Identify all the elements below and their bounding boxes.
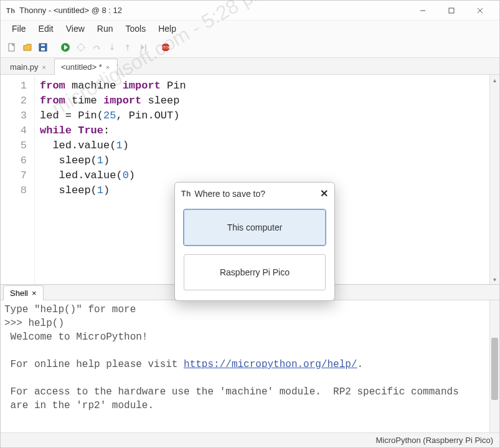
interpreter-status[interactable]: MicroPython (Raspberry Pi Pico) [375,436,493,445]
resume-icon[interactable] [137,41,149,54]
line-number: 5 [1,138,27,153]
editor-tab-bar: main.py × <untitled> * × [1,58,499,75]
menu-help[interactable]: Help [152,22,182,36]
close-icon[interactable]: × [32,288,37,298]
tab-label: main.py [10,62,39,72]
maximize-button[interactable] [437,1,466,20]
open-file-icon[interactable] [21,41,34,54]
svg-marker-19 [126,44,130,47]
tab-label: Shell [10,288,28,298]
menu-view[interactable]: View [60,22,91,36]
scroll-thumb[interactable] [491,338,498,400]
line-number: 2 [1,93,27,108]
debug-icon[interactable] [75,41,87,54]
line-number: 8 [1,183,27,198]
menu-run[interactable]: Run [91,22,120,36]
shell-output[interactable]: Type "help()" for more >>> help() Welcom… [1,300,489,432]
run-icon[interactable] [59,41,72,54]
minimize-button[interactable] [408,1,437,20]
button-label: Raspberry Pi Pico [220,267,290,277]
svg-rect-6 [41,48,45,50]
svg-point-10 [78,44,84,50]
thonny-icon: T h [181,189,191,198]
close-button[interactable] [466,1,494,20]
window-title: Thonny - <untitled> @ 8 : 12 [19,6,408,15]
svg-rect-7 [41,44,45,46]
dialog-title: Where to save to? [194,189,316,199]
shell-prompt: >>> [4,318,28,329]
svg-rect-1 [449,8,454,13]
help-link[interactable]: https://micropython.org/help/ [184,359,357,370]
button-label: This computer [227,222,283,232]
close-icon[interactable]: × [106,64,110,71]
tab-main-py[interactable]: main.py × [3,59,54,75]
save-location-dialog: T h Where to save to? ✕ This computer Ra… [174,182,335,301]
dialog-body: This computer Raspberry Pi Pico [175,204,334,300]
line-number-gutter: 1 2 3 4 5 6 7 8 [1,75,35,284]
this-computer-button[interactable]: This computer [184,209,326,245]
shell-content[interactable]: Type "help()" for more >>> help() Welcom… [1,300,499,432]
step-over-icon[interactable] [90,41,103,54]
svg-rect-21 [145,44,146,50]
save-file-icon[interactable] [37,41,49,54]
svg-text:STOP: STOP [161,45,171,49]
close-icon[interactable]: ✕ [320,188,328,199]
toolbar: STOP [1,37,499,58]
step-into-icon[interactable] [106,41,118,54]
menu-tools[interactable]: Tools [119,22,152,36]
line-number: 1 [1,79,27,93]
thonny-icon: T h [6,6,16,16]
menu-edit[interactable]: Edit [32,22,60,36]
scroll-up-icon[interactable]: ▴ [490,75,499,85]
shell-panel: Shell × Type "help()" for more >>> help(… [1,284,499,432]
line-number: 7 [1,168,27,183]
status-bar: MicroPython (Raspberry Pi Pico) [1,432,499,447]
close-icon[interactable]: × [42,64,46,71]
editor-scrollbar[interactable]: ▴ ▾ [489,75,499,284]
line-number: 4 [1,123,27,138]
svg-marker-17 [110,48,114,50]
step-out-icon[interactable] [121,41,134,54]
tab-shell[interactable]: Shell × [3,285,44,300]
svg-marker-20 [141,44,144,50]
dialog-title-bar: T h Where to save to? ✕ [175,183,334,204]
line-number: 6 [1,153,27,168]
tab-label: <untitled> * [61,62,102,72]
scroll-down-icon[interactable]: ▾ [490,274,499,284]
shell-scrollbar[interactable] [489,300,499,432]
line-number: 3 [1,108,27,123]
stop-icon[interactable]: STOP [159,41,172,54]
menu-file[interactable]: File [6,22,32,36]
new-file-icon[interactable] [6,41,18,54]
title-bar: T h Thonny - <untitled> @ 8 : 12 [1,1,499,21]
tab-untitled[interactable]: <untitled> * × [54,59,118,75]
raspberry-pi-pico-button[interactable]: Raspberry Pi Pico [184,254,326,290]
menu-bar: File Edit View Run Tools Help [1,21,499,37]
window-controls [408,1,494,20]
